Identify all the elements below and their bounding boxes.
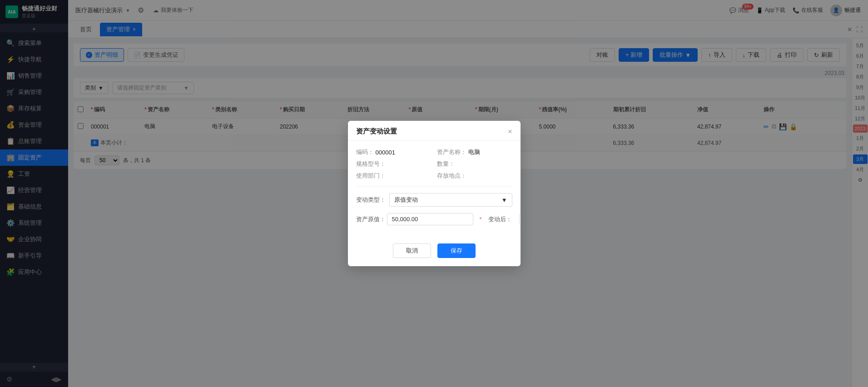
asset-value-input[interactable] [387,213,473,225]
name-value: 电脑 [468,148,480,156]
code-value: 000001 [376,149,395,156]
dialog-qty-item: 数量： [437,160,512,168]
change-type-value: 原值变动 [394,196,418,204]
change-type-select[interactable]: 原值变动 ▼ [389,193,512,207]
asset-change-dialog: 资产变动设置 × 编码： 000001 资产名称： 电脑 规格型号： 数量： [348,121,521,266]
after-value-label: 变动后： [488,215,516,223]
change-type-dropdown-icon: ▼ [501,197,507,203]
asset-value-label: 资产原值： [356,215,383,223]
dialog-dept-item: 使用部门： [356,172,432,180]
dialog-name-item: 资产名称： 电脑 [437,148,512,156]
location-label: 存放地点： [437,172,466,180]
spec-label: 规格型号： [356,160,386,168]
dialog-location-item: 存放地点： [437,172,512,180]
dialog-body: 编码： 000001 资产名称： 电脑 规格型号： 数量： 使用部门： [348,141,521,239]
asset-value-row: 资产原值： * 变动后： [356,213,512,225]
dialog-spec-item: 规格型号： [356,160,432,168]
dialog-title: 资产变动设置 [356,127,397,136]
change-type-label: 变动类型： [356,196,386,204]
required-star: * [480,216,482,223]
after-value-input[interactable] [519,213,521,225]
dept-label: 使用部门： [356,172,386,180]
dialog-header: 资产变动设置 × [348,121,521,141]
change-type-row: 变动类型： 原值变动 ▼ [356,193,512,207]
dialog-info-grid: 编码： 000001 资产名称： 电脑 规格型号： 数量： 使用部门： [356,148,512,180]
save-button[interactable]: 保存 [437,243,476,258]
name-label: 资产名称： [437,148,466,156]
dialog-close-btn[interactable]: × [508,128,512,136]
cancel-button[interactable]: 取消 [393,243,431,258]
dialog-code-item: 编码： 000001 [356,148,432,156]
dialog-footer: 取消 保存 [348,239,521,266]
qty-label: 数量： [437,160,455,168]
dialog-overlay: 资产变动设置 × 编码： 000001 资产名称： 电脑 规格型号： 数量： [0,0,868,387]
code-label: 编码： [356,148,374,156]
dialog-divider [356,186,512,187]
